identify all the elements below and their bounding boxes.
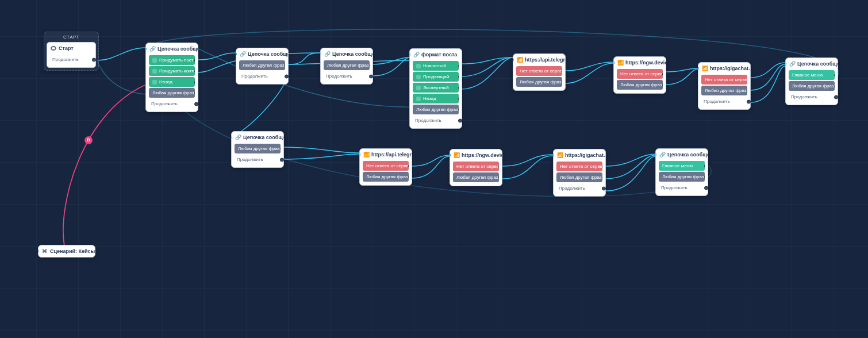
start-continue[interactable]: Продолжить bbox=[50, 55, 93, 64]
port-out[interactable] bbox=[834, 95, 838, 99]
port-in[interactable] bbox=[236, 52, 237, 56]
continue-row[interactable]: Продолжить bbox=[235, 155, 281, 164]
option-post[interactable]: Придумать пост bbox=[149, 55, 195, 65]
node-format[interactable]: формат поста Новостной Продающий Эксперт… bbox=[409, 48, 462, 129]
port-in[interactable] bbox=[614, 60, 614, 64]
node-header[interactable]: https://ngw.devices.sber... bbox=[614, 57, 666, 68]
node-header[interactable]: Сценарий: Кейсы 1 bbox=[39, 245, 95, 257]
option-no-response[interactable]: Нет ответа от сервера bbox=[516, 66, 562, 76]
option-expert[interactable]: Экспертный bbox=[413, 83, 459, 93]
option-any-phrase[interactable]: Любая другая фраза bbox=[324, 60, 370, 70]
port-out[interactable] bbox=[408, 175, 409, 179]
option-content-plan[interactable]: Придумать контент п... bbox=[149, 66, 195, 76]
option-back[interactable]: Назад bbox=[413, 94, 459, 103]
node-chain-main-2[interactable]: Цепочка сообщений Главное меню Любая дру… bbox=[655, 148, 708, 196]
option-any-phrase[interactable]: Любая другая фраза bbox=[363, 172, 409, 182]
option-any-phrase[interactable]: Любая другая фраза bbox=[617, 80, 663, 90]
port-out[interactable] bbox=[369, 63, 370, 67]
node-header[interactable]: https://gigachat.devices.... bbox=[698, 63, 750, 74]
port-out[interactable] bbox=[498, 164, 499, 168]
port-out[interactable] bbox=[602, 175, 602, 179]
option-any-phrase[interactable]: Любая другая фраза bbox=[235, 144, 281, 153]
port-out[interactable] bbox=[369, 74, 373, 78]
port-out[interactable] bbox=[458, 107, 459, 112]
port-out[interactable] bbox=[408, 164, 409, 168]
option-main-menu[interactable]: Главное меню bbox=[659, 161, 705, 171]
port-in[interactable] bbox=[232, 135, 232, 139]
option-no-response[interactable]: Нет ответа от сервера bbox=[701, 75, 747, 84]
node-header[interactable]: https://gigachat.devices.... bbox=[554, 149, 605, 160]
node-http-ngw-2[interactable]: https://ngw.devices.sber... Нет ответа о… bbox=[450, 149, 502, 186]
port-out[interactable] bbox=[834, 84, 835, 88]
port-out[interactable] bbox=[194, 58, 195, 62]
start-node[interactable]: СТАРТ Старт Продолжить bbox=[44, 32, 99, 71]
port-out[interactable] bbox=[285, 74, 289, 78]
port-out[interactable] bbox=[704, 186, 708, 190]
node-header[interactable]: https://api.telegram.org/... bbox=[360, 149, 412, 160]
port-out[interactable] bbox=[285, 63, 285, 67]
port-out[interactable] bbox=[562, 80, 562, 84]
continue-row[interactable]: Продолжить bbox=[659, 183, 705, 192]
option-news[interactable]: Новостной bbox=[413, 61, 459, 71]
port-out[interactable] bbox=[498, 175, 499, 179]
option-any-phrase[interactable]: Любая другая фраза bbox=[516, 77, 562, 87]
port-out[interactable] bbox=[662, 83, 663, 87]
port-in[interactable] bbox=[698, 66, 699, 70]
port-out[interactable] bbox=[458, 97, 459, 101]
node-http-telegram-2[interactable]: https://api.telegram.org/... Нет ответа … bbox=[359, 148, 412, 186]
port-out[interactable] bbox=[280, 158, 284, 162]
continue-row[interactable]: Продолжить bbox=[149, 99, 195, 108]
option-any-phrase[interactable]: Любая другая фраза bbox=[149, 88, 195, 98]
continue-row[interactable]: Продолжить bbox=[413, 116, 459, 125]
port-out[interactable] bbox=[704, 175, 705, 179]
port-in[interactable] bbox=[39, 249, 39, 254]
node-http-telegram-1[interactable]: https://api.telegram.org/... Нет ответа … bbox=[513, 53, 566, 91]
option-any-phrase[interactable]: Любая другая фраза bbox=[239, 60, 285, 70]
port-out[interactable] bbox=[194, 80, 195, 84]
node-header[interactable]: Цепочка сообщений bbox=[321, 48, 372, 59]
node-chain-main-1[interactable]: Цепочка сообщений Главное меню Любая дру… bbox=[785, 57, 838, 105]
port-out[interactable] bbox=[458, 64, 459, 68]
option-no-response[interactable]: Нет ответа от сервера bbox=[556, 162, 602, 171]
port-in[interactable] bbox=[786, 62, 786, 66]
option-any-phrase[interactable]: Любая другая фраза bbox=[701, 86, 747, 95]
continue-row[interactable]: Продолжить bbox=[701, 97, 747, 106]
node-chain-1[interactable]: Цепочка сообщений Придумать пост Придума… bbox=[145, 43, 198, 112]
node-header[interactable]: формат поста bbox=[410, 49, 462, 60]
port-out[interactable] bbox=[194, 102, 198, 106]
port-out[interactable] bbox=[834, 73, 835, 77]
node-header[interactable]: https://api.telegram.org/... bbox=[513, 54, 565, 65]
option-any-phrase[interactable]: Любая другая фраза bbox=[659, 172, 705, 182]
node-header[interactable]: Цепочка сообщений bbox=[232, 132, 283, 143]
node-header[interactable]: Цепочка сообщений bbox=[146, 43, 198, 54]
option-back[interactable]: Назад bbox=[149, 77, 195, 87]
port-in[interactable] bbox=[656, 152, 656, 156]
port-out[interactable] bbox=[602, 164, 602, 168]
continue-row[interactable]: Продолжить bbox=[324, 72, 370, 80]
port-in[interactable] bbox=[146, 47, 147, 51]
node-http-gigachat-2[interactable]: https://gigachat.devices.... Нет ответа … bbox=[553, 149, 606, 197]
port-in[interactable] bbox=[450, 153, 451, 157]
port-out[interactable] bbox=[458, 75, 459, 79]
port-in[interactable] bbox=[321, 52, 321, 56]
option-main-menu[interactable]: Главное меню bbox=[789, 70, 835, 80]
port-out[interactable] bbox=[747, 78, 747, 82]
port-out[interactable] bbox=[747, 89, 747, 93]
node-header[interactable]: Цепочка сообщений bbox=[236, 48, 288, 59]
node-chain-4[interactable]: Цепочка сообщений Любая другая фраза Про… bbox=[231, 131, 284, 168]
port-in[interactable] bbox=[410, 52, 410, 56]
option-no-response[interactable]: Нет ответа от сервера bbox=[453, 162, 499, 171]
port-in[interactable] bbox=[554, 153, 554, 157]
option-any-phrase[interactable]: Любая другая фраза bbox=[453, 172, 499, 182]
option-selling[interactable]: Продающий bbox=[413, 72, 459, 82]
option-no-response[interactable]: Нет ответа от сервера bbox=[363, 161, 409, 171]
port-in[interactable] bbox=[513, 57, 514, 62]
port-out[interactable] bbox=[602, 186, 606, 190]
node-http-gigachat-1[interactable]: https://gigachat.devices.... Нет ответа … bbox=[698, 62, 751, 110]
option-any-phrase[interactable]: Любая другая фраза bbox=[413, 105, 459, 114]
port-out[interactable] bbox=[562, 69, 562, 73]
option-any-phrase[interactable]: Любая другая фраза bbox=[556, 172, 602, 182]
port-in[interactable] bbox=[360, 152, 360, 156]
option-no-response[interactable]: Нет ответа от сервера bbox=[617, 69, 663, 79]
port-out[interactable] bbox=[458, 86, 459, 90]
